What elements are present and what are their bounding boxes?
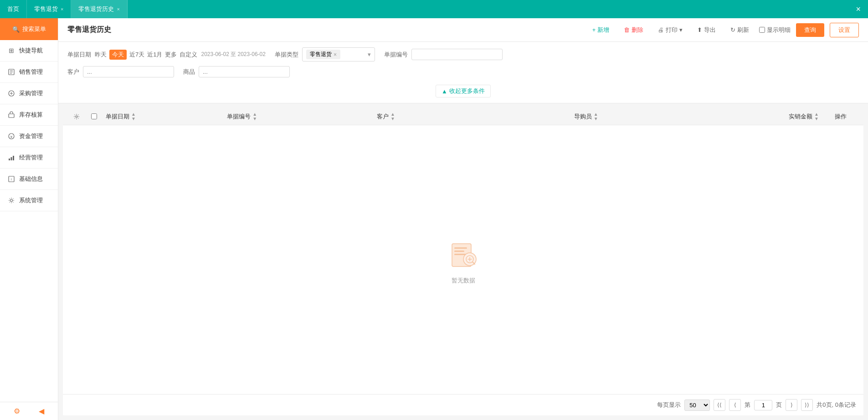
table-col-ops: 操作 [822, 113, 859, 121]
svg-text:¥: ¥ [10, 135, 13, 139]
date-option-7days[interactable]: 近7天 [129, 51, 144, 59]
collapse-sidebar-icon[interactable]: ◀ [39, 407, 44, 415]
sidebar-item-sales[interactable]: 销售管理 [0, 61, 58, 83]
refresh-button[interactable]: ↻ 刷新 [726, 24, 754, 36]
svg-rect-9 [11, 157, 12, 160]
page-header: 零售退货历史 + 新增 🗑 删除 🖨 打印 ▾ ⬆ 导出 ↻ [58, 18, 868, 42]
goods-label: 商品 [183, 68, 195, 76]
window-close-button[interactable]: × [856, 5, 861, 14]
date-option-more[interactable]: 更多 [165, 51, 177, 59]
page-next-button[interactable]: ⟩ [786, 399, 797, 411]
sidebar-item-basic-info[interactable]: i 基础信息 [0, 169, 58, 190]
setting-button[interactable]: 设置 [830, 23, 859, 37]
show-details-checkbox-label[interactable]: 显示明细 [759, 26, 791, 34]
sidebar-item-system[interactable]: 系统管理 [0, 190, 58, 211]
date-option-1month[interactable]: 近1月 [147, 51, 162, 59]
tab-retail-return[interactable]: 零售退货 × [27, 0, 71, 18]
bill-type-tag-text: 零售退货 [310, 51, 332, 58]
page-size-select[interactable]: 50 20 100 [684, 400, 710, 411]
sort-bill-no-icon: ▲▼ [252, 112, 257, 121]
page-number-input[interactable] [754, 400, 772, 410]
search-menu-button[interactable]: 🔍 搜索菜单 [0, 18, 58, 40]
goods-input[interactable] [199, 66, 290, 77]
svg-rect-18 [454, 254, 466, 255]
table-col-guide[interactable]: 导购员 ▲▼ [570, 112, 720, 121]
tab-retail-return-close[interactable]: × [61, 6, 63, 12]
add-button[interactable]: + 新增 [588, 24, 614, 36]
sidebar-item-inventory[interactable]: 库存核算 [0, 104, 58, 126]
sort-customer-icon: ▲▼ [390, 112, 395, 121]
print-icon: 🖨 [658, 26, 664, 33]
bill-no-input[interactable] [411, 49, 503, 60]
retail-return-history-tab-label: 零售退货历史 [78, 5, 114, 13]
page-last-button[interactable]: ⟩⟩ [801, 399, 813, 411]
bill-type-tag-close[interactable]: × [334, 51, 337, 58]
bill-date-label: 单据日期 [67, 51, 91, 59]
filter-bill-no: 单据编号 [384, 49, 503, 60]
svg-rect-16 [454, 247, 467, 249]
tab-retail-return-history-close[interactable]: × [117, 6, 119, 12]
sidebar-item-finance[interactable]: ¥ 资金管理 [0, 126, 58, 147]
sales-label: 销售管理 [19, 68, 43, 76]
refresh-label: 刷新 [737, 26, 749, 34]
content-area: 零售退货历史 + 新增 🗑 删除 🖨 打印 ▾ ⬆ 导出 ↻ [58, 18, 868, 420]
operations-icon [7, 154, 15, 162]
select-all-checkbox[interactable] [91, 113, 97, 119]
filter-bill-type: 单据类型 零售退货 × ▾ [275, 47, 375, 61]
tab-retail-return-history[interactable]: 零售退货历史 × [71, 0, 127, 18]
print-label: 打印 [666, 26, 678, 34]
sidebar-item-operations[interactable]: 经营管理 [0, 147, 58, 169]
top-bar: 首页 零售退货 × 零售退货历史 × × [0, 0, 868, 18]
print-button[interactable]: 🖨 打印 ▾ [653, 24, 687, 36]
retail-return-tab-label: 零售退货 [34, 5, 58, 13]
col-ops-label: 操作 [835, 113, 847, 121]
page-prev-button[interactable]: ⟨ [729, 399, 741, 411]
page-first-button[interactable]: ⟨⟨ [714, 399, 725, 411]
filter-area: 单据日期 昨天 今天 近7天 近1月 更多 自定义 2023-06-02 至 2… [58, 42, 868, 103]
bill-type-label: 单据类型 [275, 51, 298, 59]
pagination: 每页显示 50 20 100 ⟨⟨ ⟨ 第 页 ⟩ ⟩⟩ 共0页, 0条记录 [63, 394, 863, 415]
date-option-yesterday[interactable]: 昨天 [95, 51, 107, 59]
page-title: 零售退货历史 [67, 25, 111, 35]
delete-button[interactable]: 🗑 删除 [619, 24, 648, 36]
svg-rect-8 [9, 159, 10, 160]
tab-home[interactable]: 首页 [0, 0, 27, 18]
show-details-label: 显示明细 [767, 26, 791, 34]
col-amount-label: 实销金额 [789, 113, 812, 121]
sidebar-item-quick-nav[interactable]: ⊞ 快捷导航 [0, 40, 58, 61]
bill-type-select[interactable]: 零售退货 × ▾ [302, 47, 375, 61]
system-label: 系统管理 [19, 196, 43, 205]
bill-type-dropdown-icon: ▾ [368, 51, 371, 58]
collapse-filter-button[interactable]: ▲ 收起更多条件 [436, 85, 491, 97]
main-layout: 🔍 搜索菜单 ⊞ 快捷导航 销售管理 采购管理 库存核算 [0, 18, 868, 420]
date-options: 昨天 今天 近7天 近1月 更多 自定义 [95, 50, 197, 60]
delete-label: 删除 [632, 26, 643, 34]
table-col-date[interactable]: 单据日期 ▲▼ [102, 112, 223, 121]
customer-input[interactable] [83, 66, 174, 77]
search-menu-label: 搜索菜单 [22, 25, 46, 33]
settings-bottom-icon[interactable]: ⚙ [14, 407, 20, 415]
quick-nav-label: 快捷导航 [19, 46, 43, 55]
query-button[interactable]: 查询 [796, 23, 824, 37]
empty-state: 暂无数据 [63, 125, 863, 394]
purchase-label: 采购管理 [19, 89, 43, 97]
table-col-check[interactable] [86, 113, 102, 119]
svg-point-13 [10, 200, 13, 202]
system-icon [7, 196, 15, 205]
header-actions: + 新增 🗑 删除 🖨 打印 ▾ ⬆ 导出 ↻ 刷新 [588, 23, 859, 37]
top-bar-right: × [856, 5, 868, 14]
svg-point-14 [76, 116, 77, 118]
table-header: 单据日期 ▲▼ 单据编号 ▲▼ 客户 ▲▼ 导购员 ▲▼ 实销金额 ▲▼ [63, 108, 863, 125]
table-col-gear[interactable] [67, 113, 86, 120]
date-option-custom[interactable]: 自定义 [180, 51, 197, 59]
show-details-checkbox[interactable] [759, 27, 765, 33]
export-icon: ⬆ [697, 26, 702, 33]
export-button[interactable]: ⬆ 导出 [693, 24, 720, 36]
date-option-today[interactable]: 今天 [109, 50, 127, 60]
sidebar-item-purchase[interactable]: 采购管理 [0, 83, 58, 104]
table-col-bill-no[interactable]: 单据编号 ▲▼ [223, 112, 373, 121]
sidebar-bottom: ⚙ ◀ [0, 402, 58, 420]
table-col-amount[interactable]: 实销金额 ▲▼ [720, 112, 822, 121]
sort-guide-icon: ▲▼ [594, 112, 598, 121]
table-col-customer[interactable]: 客户 ▲▼ [373, 112, 570, 121]
